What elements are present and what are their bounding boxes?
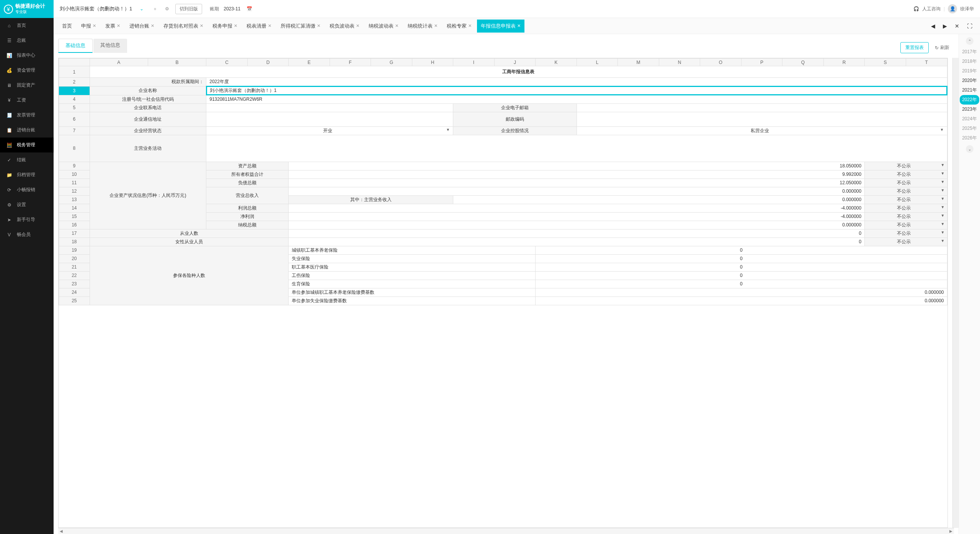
tab-存货别名对照表[interactable]: 存货别名对照表✕ [160,20,207,33]
year-2022年[interactable]: 2022年 [960,95,979,105]
col-header[interactable]: I [453,59,495,66]
sidebar-item-salary[interactable]: ¥工资 [0,93,54,108]
sidebar-item-invoice[interactable]: 🧾发票管理 [0,108,54,123]
sidebar-item-ledger[interactable]: ☰总账 [0,33,54,48]
avatar-icon[interactable]: 👤 [948,4,957,13]
col-header[interactable]: D [247,59,289,66]
row-num[interactable]: 1 [59,66,90,78]
sidebar-item-psi[interactable]: 📋进销台账 [0,123,54,138]
support-label[interactable]: 人工咨询 [922,6,941,12]
sidebar-item-reimburse[interactable]: ⟳小畅报销 [0,182,54,197]
col-header[interactable]: E [289,59,330,66]
col-header[interactable] [59,59,90,66]
female-count[interactable]: 0 [289,238,865,246]
tab-进销台账[interactable]: 进销台账✕ [126,20,158,33]
main-biz-input[interactable] [206,135,947,162]
col-header[interactable]: P [741,59,782,66]
col-header[interactable]: H [412,59,453,66]
tab-close-icon[interactable]: ✕ [268,23,271,28]
col-header[interactable]: K [536,59,577,66]
sidebar-item-fund[interactable]: 💰资金管理 [0,63,54,78]
dropdown-cell[interactable]: 不公示▼ [865,238,947,246]
reg-code-value[interactable]: 91320811MA7NGR2W6R [206,95,947,103]
tab-年报信息申报表[interactable]: 年报信息申报表✕ [477,20,524,33]
col-header[interactable]: N [659,59,700,66]
sidebar-item-asset[interactable]: 🖥固定资产 [0,78,54,93]
account-dropdown-icon[interactable]: ⌄ [137,6,147,11]
address-input[interactable] [206,112,453,126]
dropdown-cell[interactable]: 不公示▼ [865,212,947,221]
tab-close-icon[interactable]: ✕ [151,23,154,28]
insurance-value[interactable]: 0 [536,280,947,288]
spreadsheet[interactable]: ABCDEFGHIJKLMNOPQRST1工商年报信息表2税款所属期间：2022… [58,58,948,528]
old-version-button[interactable]: 切到旧版 [175,4,202,14]
sidebar-item-chart[interactable]: 📊报表中心 [0,48,54,63]
year-2021年[interactable]: 2021年 [960,85,979,95]
year-up-icon[interactable]: ⌃ [966,37,973,45]
vertical-scrollbar[interactable] [952,58,959,528]
col-header[interactable]: C [206,59,248,66]
tab-close-icon[interactable]: ✕ [93,23,96,28]
postcode-input[interactable] [577,112,947,126]
insurance-value[interactable]: 0 [536,246,947,254]
insurance-value[interactable]: 0 [536,254,947,263]
tab-纳税波动表[interactable]: 纳税波动表✕ [365,20,402,33]
financial-value[interactable]: 0.000000 [289,187,865,195]
sidebar-item-settings[interactable]: ⚙设置 [0,197,54,212]
sidebar-item-archive[interactable]: 📁归档管理 [0,167,54,182]
col-header[interactable]: F [330,59,371,66]
tab-税检专家[interactable]: 税检专家✕ [443,20,475,33]
settings-icon[interactable]: ⚙ [163,5,171,13]
company-name-input[interactable]: 刘小艳演示账套（勿删勿动！）1 [206,86,947,95]
financial-value[interactable]: 9.992000 [289,170,865,179]
email-input[interactable] [577,103,947,112]
financial-value[interactable]: -4.000000 [289,204,865,212]
refresh-button[interactable]: ↻ 刷新 [935,44,949,51]
fullscreen-icon[interactable]: ⛶ [964,21,975,31]
dropdown-cell[interactable]: 开业▼ [206,126,453,135]
dropdown-cell[interactable]: 不公示▼ [865,221,947,229]
col-header[interactable]: O [700,59,742,66]
calendar-icon[interactable]: 📅 [245,5,254,13]
dropdown-cell[interactable]: 不公示▼ [865,179,947,187]
col-header[interactable]: A [90,59,148,66]
tab-prev-icon[interactable]: ◀ [928,21,938,31]
dropdown-cell[interactable]: 不公示▼ [865,187,947,195]
col-header[interactable]: L [577,59,618,66]
dropdown-cell[interactable]: 不公示▼ [865,195,947,204]
tab-close-icon[interactable]: ✕ [468,23,472,28]
tab-申报[interactable]: 申报✕ [77,20,100,33]
financial-value[interactable]: 0.000000 [289,221,865,229]
sidebar-item-home[interactable]: ⌂首页 [0,18,54,33]
tab-close-icon[interactable]: ✕ [317,23,320,28]
reset-report-button[interactable]: 重置报表 [900,42,929,53]
tab-close-icon[interactable]: ✕ [434,23,438,28]
year-2020年[interactable]: 2020年 [960,76,979,85]
tab-close-all-icon[interactable]: ✕ [952,21,962,31]
tab-close-icon[interactable]: ✕ [117,23,120,28]
tax-period-value[interactable]: 2022年度 [206,78,947,87]
tab-发票[interactable]: 发票✕ [101,20,124,33]
year-down-icon[interactable]: ⌄ [966,145,973,153]
tab-close-icon[interactable]: ✕ [200,23,203,28]
financial-sub-value[interactable]: 0.000000 [453,195,865,204]
employee-count[interactable]: 0 [289,229,865,238]
base-value[interactable]: 0.000000 [536,296,947,305]
dropdown-cell[interactable]: 不公示▼ [865,170,947,179]
financial-value[interactable]: -4.000000 [289,212,865,221]
tab-close-icon[interactable]: ✕ [356,23,359,28]
sidebar-item-tax[interactable]: 🧮税务管理 [0,138,54,152]
dropdown-cell[interactable]: 私营企业▼ [577,126,947,135]
scroll-left-icon[interactable]: ◀ [58,529,64,534]
col-header[interactable]: M [618,59,659,66]
tab-首页[interactable]: 首页 [58,20,76,33]
col-header[interactable]: R [823,59,865,66]
tab-close-icon[interactable]: ✕ [234,23,237,28]
horizontal-scrollbar[interactable]: ◀ ▶ [58,528,954,534]
tab-税负波动表[interactable]: 税负波动表✕ [326,20,363,33]
tab-next-icon[interactable]: ▶ [940,21,950,31]
sidebar-item-vip[interactable]: V畅会员 [0,227,54,242]
sidebar-item-close-period[interactable]: ✓结账 [0,152,54,167]
col-header[interactable]: Q [782,59,824,66]
headset-icon[interactable]: 🎧 [913,6,919,11]
